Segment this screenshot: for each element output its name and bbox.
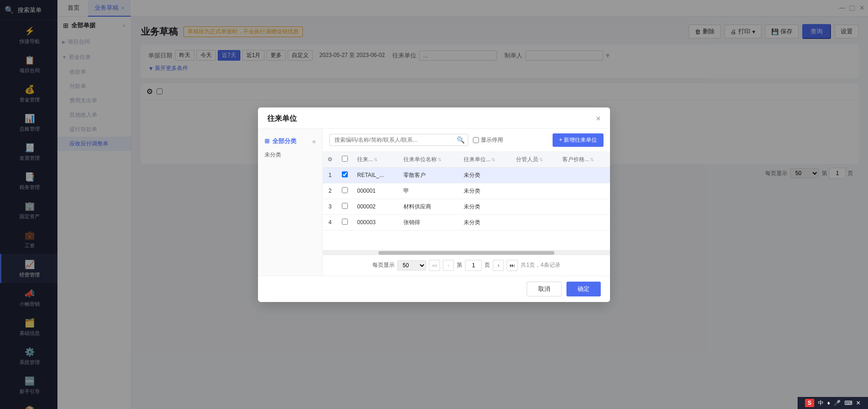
- dialog-pagination: 每页显示 50 ⏮ ‹ 第 页 › ⏭ 共1页，4条记录: [323, 255, 610, 276]
- mic-icon[interactable]: 🎤: [834, 400, 841, 406]
- dialog-close-button[interactable]: ×: [596, 114, 601, 123]
- row-check[interactable]: [337, 183, 352, 199]
- row-price: [558, 183, 610, 199]
- row-code: 000002: [352, 199, 399, 214]
- page-label: 第: [457, 261, 462, 269]
- row-checkbox[interactable]: [342, 187, 348, 193]
- sort-icon: ⇅: [374, 157, 377, 162]
- row-num: 4: [323, 214, 337, 230]
- row-num: 1: [323, 167, 337, 183]
- row-checkbox[interactable]: [342, 203, 348, 209]
- row-name: 张销得: [399, 214, 459, 230]
- row-code: RETAIL_...: [352, 167, 399, 183]
- status-dot: ♦: [827, 400, 830, 406]
- cancel-button[interactable]: 取消: [527, 282, 562, 296]
- row-checkbox[interactable]: [342, 171, 348, 177]
- counterparty-table: ⚙ 往来... ⇅ 往来单位名: [323, 152, 610, 231]
- category-collapse-btn[interactable]: «: [312, 138, 316, 145]
- sort-icon: ⇅: [491, 157, 495, 162]
- row-check[interactable]: [337, 199, 352, 214]
- page-prev-btn[interactable]: ‹: [443, 260, 454, 271]
- page-first-btn[interactable]: ⏮: [429, 260, 440, 271]
- row-name: 零散客户: [399, 167, 459, 183]
- confirm-button[interactable]: 确定: [566, 282, 601, 296]
- th-code[interactable]: 往来... ⇅: [352, 152, 399, 168]
- row-code: 000001: [352, 183, 399, 199]
- table-row[interactable]: 3 000002 材料供应商 未分类: [323, 199, 610, 214]
- dialog-header: 往来单位 ×: [258, 107, 610, 129]
- row-category: 未分类: [459, 183, 511, 199]
- dialog-table-panel: 🔍 显示停用 + 新增往来单位 ⚙: [323, 129, 610, 276]
- row-num: 2: [323, 183, 337, 199]
- keyboard-icon[interactable]: ⌨: [844, 400, 852, 406]
- dialog-overlay: 往来单位 × ⊞ 全部分类 « 未分类 🔍: [0, 0, 868, 409]
- sort-icon: ⇅: [438, 157, 441, 162]
- category-unclassified[interactable]: 未分类: [258, 148, 322, 162]
- row-price: [558, 167, 610, 183]
- counterparty-dialog: 往来单位 × ⊞ 全部分类 « 未分类 🔍: [258, 107, 610, 302]
- row-manager: [511, 167, 558, 183]
- row-manager: [511, 214, 558, 230]
- th-name[interactable]: 往来单位名称 ⇅: [399, 152, 459, 168]
- page-total: 共1页，4条记录: [521, 261, 560, 269]
- table-body: 1 RETAIL_... 零散客户 未分类 2: [323, 167, 610, 230]
- th-check[interactable]: [337, 152, 352, 168]
- search-icon: 🔍: [457, 136, 465, 144]
- row-code: 000003: [352, 214, 399, 230]
- dialog-footer: 取消 确定: [258, 276, 610, 302]
- row-checkbox[interactable]: [342, 219, 348, 225]
- scrollbar-thumb[interactable]: [378, 251, 554, 255]
- category-all[interactable]: ⊞ 全部分类 «: [258, 134, 322, 148]
- row-price: [558, 199, 610, 214]
- row-num: 3: [323, 199, 337, 214]
- show-inactive-checkbox[interactable]: [473, 137, 479, 143]
- row-check[interactable]: [337, 167, 352, 183]
- brand-label: S: [805, 399, 814, 407]
- row-manager: [511, 183, 558, 199]
- row-check[interactable]: [337, 214, 352, 230]
- row-name: 甲: [399, 183, 459, 199]
- close-status-icon[interactable]: ✕: [856, 400, 861, 406]
- dialog-title: 往来单位: [267, 114, 297, 124]
- th-price[interactable]: 客户价格... ⇅: [558, 152, 610, 168]
- row-price: [558, 214, 610, 230]
- th-category[interactable]: 往来单位... ⇅: [459, 152, 511, 168]
- th-select-all[interactable]: [342, 156, 348, 162]
- add-counterparty-button[interactable]: + 新增往来单位: [553, 133, 604, 147]
- row-name: 材料供应商: [399, 199, 459, 214]
- category-panel: ⊞ 全部分类 « 未分类: [258, 129, 323, 276]
- dialog-search-bar: 🔍 显示停用 + 新增往来单位: [323, 129, 610, 152]
- table-row[interactable]: 2 000001 甲 未分类: [323, 183, 610, 199]
- page-current-input[interactable]: [465, 260, 482, 271]
- page-last-btn[interactable]: ⏭: [507, 260, 518, 271]
- status-zh: 中: [818, 399, 824, 407]
- page-unit: 页: [484, 261, 490, 269]
- th-manager[interactable]: 分管人员 ⇅: [511, 152, 558, 168]
- table-head: ⚙ 往来... ⇅ 往来单位名: [323, 152, 610, 168]
- sort-icon: ⇅: [590, 157, 594, 162]
- row-category: 未分类: [459, 167, 511, 183]
- dialog-search-input[interactable]: [329, 134, 468, 146]
- table-row[interactable]: 1 RETAIL_... 零散客户 未分类: [323, 167, 610, 183]
- dialog-body: ⊞ 全部分类 « 未分类 🔍 显示停用: [258, 129, 610, 276]
- sort-icon: ⇅: [539, 157, 543, 162]
- per-page-label: 每页显示: [372, 261, 395, 269]
- per-page-select[interactable]: 50: [397, 260, 426, 271]
- page-next-btn[interactable]: ›: [493, 260, 504, 271]
- horizontal-scrollbar[interactable]: [323, 250, 610, 255]
- table-row[interactable]: 4 000003 张销得 未分类: [323, 214, 610, 230]
- grid-icon: ⊞: [264, 138, 270, 145]
- dialog-data-table: ⚙ 往来... ⇅ 往来单位名: [323, 152, 610, 250]
- row-category: 未分类: [459, 199, 511, 214]
- show-inactive-toggle[interactable]: 显示停用: [473, 136, 503, 144]
- row-category: 未分类: [459, 214, 511, 230]
- th-settings[interactable]: ⚙: [323, 152, 337, 168]
- search-wrap: 🔍: [329, 134, 468, 146]
- statusbar: S 中 ♦ 🎤 ⌨ ✕: [798, 397, 868, 409]
- row-manager: [511, 199, 558, 214]
